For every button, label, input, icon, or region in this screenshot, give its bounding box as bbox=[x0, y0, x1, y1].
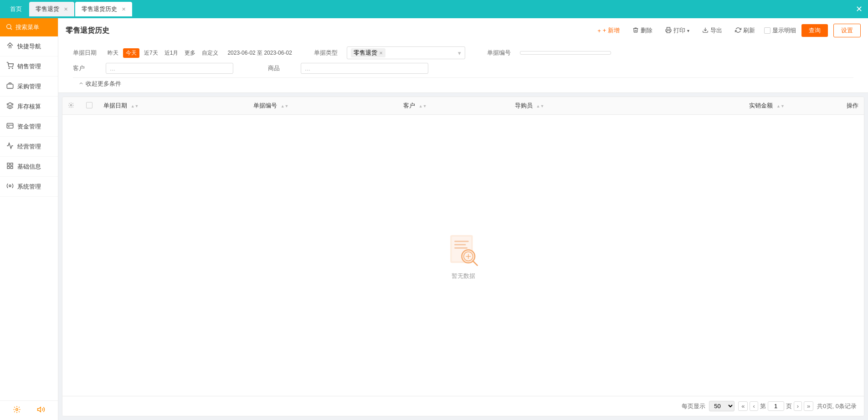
per-page-label: 每页显示 bbox=[682, 402, 705, 410]
sidebar-item-label: 采购管理 bbox=[17, 82, 41, 91]
tab-retail-return-history[interactable]: 零售退货历史 ✕ bbox=[75, 2, 132, 16]
sidebar-search[interactable]: 搜索菜单 bbox=[0, 18, 58, 36]
show-detail-checkbox[interactable]: 显示明细 bbox=[764, 26, 796, 35]
shortcut-today[interactable]: 今天 bbox=[123, 48, 139, 58]
svg-line-24 bbox=[473, 261, 477, 265]
customer-placeholder: ... bbox=[110, 65, 115, 72]
system-icon bbox=[6, 182, 14, 191]
sidebar-item-basic-info[interactable]: 基础信息 bbox=[0, 157, 58, 177]
sidebar-bottom bbox=[0, 400, 58, 420]
speaker-icon[interactable] bbox=[37, 405, 45, 415]
shortcut-1month[interactable]: 近1月 bbox=[163, 48, 180, 58]
filter-area: 单据日期 昨天 今天 近7天 近1月 更多 自定义 2023-06-02 至 2… bbox=[66, 42, 861, 92]
table-settings-icon[interactable] bbox=[68, 103, 74, 110]
first-page-button[interactable]: « bbox=[738, 401, 748, 411]
chevron-up-icon bbox=[78, 81, 84, 87]
sidebar-item-inventory[interactable]: 库存核算 bbox=[0, 97, 58, 117]
filter-row-2: 客户 ... 商品 ... bbox=[73, 63, 853, 74]
sidebar-item-label: 系统管理 bbox=[17, 183, 41, 191]
date-range-display: 2023-06-02 至 2023-06-02 bbox=[227, 49, 292, 57]
sidebar-item-system[interactable]: 系统管理 bbox=[0, 177, 58, 197]
tab-home[interactable]: 首页 bbox=[4, 2, 28, 16]
sidebar: 搜索菜单 快捷导航 销售管理 bbox=[0, 18, 58, 420]
window-close-button[interactable]: ✕ bbox=[856, 4, 863, 14]
sidebar-item-operations[interactable]: 经营管理 bbox=[0, 137, 58, 157]
prev-page-button[interactable]: ‹ bbox=[750, 401, 758, 411]
product-input[interactable]: ... bbox=[301, 63, 428, 74]
svg-rect-21 bbox=[454, 247, 467, 249]
delete-button[interactable]: 删除 bbox=[629, 25, 656, 36]
per-page-select[interactable]: 50 10 20 100 bbox=[709, 401, 734, 411]
sort-voucher[interactable]: ▲▼ bbox=[281, 104, 289, 108]
new-button[interactable]: + + 新增 bbox=[594, 25, 623, 36]
page-title: 零售退货历史 bbox=[66, 26, 109, 36]
page-input[interactable] bbox=[768, 401, 784, 411]
page-title-row: 零售退货历史 + + 新增 删除 bbox=[66, 24, 861, 42]
col-guide: 导购员 ▲▼ bbox=[509, 97, 640, 115]
shortcut-more[interactable]: 更多 bbox=[183, 48, 197, 58]
customer-input[interactable]: ... bbox=[106, 63, 233, 74]
svg-point-0 bbox=[7, 24, 11, 28]
query-button[interactable]: 查询 bbox=[801, 24, 828, 37]
delete-icon bbox=[632, 27, 639, 35]
sidebar-item-label: 经营管理 bbox=[17, 143, 41, 151]
type-select[interactable]: 零售退货 ✕ ▾ bbox=[347, 46, 465, 59]
print-button[interactable]: 打印 ▾ bbox=[662, 25, 693, 36]
gear-icon[interactable] bbox=[13, 405, 21, 415]
col-customer: 客户 ▲▼ bbox=[398, 97, 509, 115]
customer-label: 客户 bbox=[73, 64, 98, 72]
refresh-button[interactable]: 刷新 bbox=[731, 25, 759, 36]
shortcut-custom[interactable]: 自定义 bbox=[200, 48, 220, 58]
last-page-button[interactable]: » bbox=[804, 401, 813, 411]
svg-line-1 bbox=[10, 28, 12, 30]
tab-list: 首页 零售退货 ✕ 零售退货历史 ✕ bbox=[4, 2, 856, 16]
tab-retail-return[interactable]: 零售退货 ✕ bbox=[29, 2, 74, 16]
sidebar-item-sales-mgmt[interactable]: 销售管理 bbox=[0, 56, 58, 77]
shortcut-7days[interactable]: 近7天 bbox=[142, 48, 160, 58]
sidebar-item-quick-nav[interactable]: 快捷导航 bbox=[0, 36, 58, 56]
print-icon bbox=[665, 27, 672, 35]
tab-close-return[interactable]: ✕ bbox=[64, 6, 68, 12]
page-header: 零售退货历史 + + 新增 删除 bbox=[58, 18, 868, 93]
plus-icon: + bbox=[597, 27, 601, 34]
svg-rect-7 bbox=[7, 163, 10, 165]
sort-customer[interactable]: ▲▼ bbox=[419, 104, 427, 108]
sidebar-item-label: 资金管理 bbox=[17, 123, 41, 131]
sort-guide[interactable]: ▲▼ bbox=[536, 104, 544, 108]
sidebar-item-finance[interactable]: 资金管理 bbox=[0, 117, 58, 137]
page-suffix: 页 bbox=[786, 402, 792, 410]
next-page-button[interactable]: › bbox=[794, 401, 802, 411]
date-label: 单据日期 bbox=[73, 49, 98, 57]
sort-date[interactable]: ▲▼ bbox=[131, 104, 139, 108]
voucher-input[interactable] bbox=[520, 51, 611, 55]
col-ops: 操作 bbox=[790, 97, 864, 115]
shortcut-yesterday[interactable]: 昨天 bbox=[106, 48, 120, 58]
inventory-icon bbox=[6, 102, 14, 111]
setting-button[interactable]: 设置 bbox=[833, 24, 861, 37]
type-tag-close[interactable]: ✕ bbox=[379, 51, 383, 56]
ops-icon bbox=[6, 142, 14, 151]
svg-rect-4 bbox=[7, 84, 13, 88]
dropdown-icon: ▾ bbox=[458, 50, 461, 56]
col-amount: 实销金额 ▲▼ bbox=[640, 97, 790, 115]
svg-rect-20 bbox=[454, 244, 466, 245]
svg-point-2 bbox=[9, 68, 9, 68]
svg-rect-14 bbox=[667, 31, 670, 33]
svg-rect-5 bbox=[7, 123, 13, 128]
svg-point-16 bbox=[70, 104, 72, 106]
sidebar-item-label: 快捷导航 bbox=[17, 42, 41, 51]
svg-rect-8 bbox=[10, 163, 13, 165]
top-bar: 首页 零售退货 ✕ 零售退货历史 ✕ ✕ bbox=[0, 0, 868, 18]
total-count: 共0页, 0条记录 bbox=[817, 402, 857, 410]
sort-amount[interactable]: ▲▼ bbox=[776, 104, 785, 108]
pagination-nav: « ‹ 第 页 › » bbox=[738, 401, 813, 411]
export-icon bbox=[702, 27, 709, 35]
collapse-button[interactable]: 收起更多条件 bbox=[73, 77, 853, 90]
refresh-icon bbox=[735, 27, 741, 35]
sidebar-item-purchase-mgmt[interactable]: 采购管理 bbox=[0, 77, 58, 97]
select-all-checkbox[interactable] bbox=[86, 102, 92, 108]
export-button[interactable]: 导出 bbox=[699, 25, 726, 36]
tab-close-history[interactable]: ✕ bbox=[122, 6, 126, 12]
product-label: 商品 bbox=[268, 64, 293, 72]
content-area: 零售退货历史 + + 新增 删除 bbox=[58, 18, 868, 420]
